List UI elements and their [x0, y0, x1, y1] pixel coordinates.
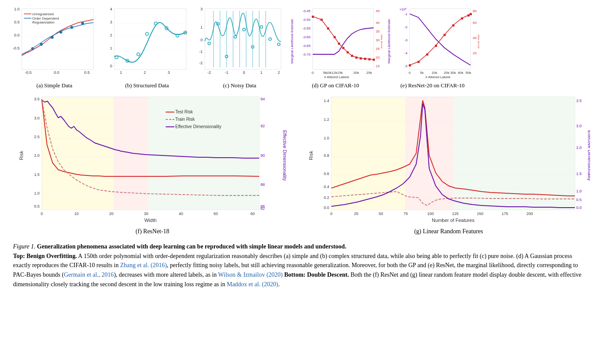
svg-text:20: 20 [109, 212, 113, 216]
svg-text:40: 40 [178, 212, 183, 216]
svg-text:0.5: 0.5 [84, 70, 90, 75]
svg-text:1.0: 1.0 [34, 191, 40, 195]
svg-text:Effective Dimensionality: Effective Dimensionality [587, 130, 590, 181]
svg-rect-104 [368, 58, 371, 60]
svg-rect-139 [148, 97, 259, 210]
svg-text:10k: 10k [432, 71, 438, 75]
svg-text:Width: Width [144, 218, 156, 223]
svg-text:25k: 25k [367, 71, 373, 75]
svg-text:50: 50 [378, 212, 383, 216]
svg-text:25: 25 [376, 47, 380, 51]
top-figures-row: 1.0 0.5 0.0 -0.5 -0.5 0.0 0.5 Un [9, 4, 592, 89]
svg-rect-99 [347, 51, 349, 53]
svg-rect-128 [417, 61, 420, 63]
caption-top-label: Top: Benign Overfitting. [13, 253, 77, 259]
figure-g: Risk 1.4 1.2 1.0 0.8 0.6 0.4 0.2 0.0 0 2… [305, 93, 592, 235]
svg-text:Risk: Risk [308, 151, 314, 160]
svg-text:50: 50 [213, 212, 217, 216]
chart-resnet20-cifar10: Marginal Likelihood Estimate ×10⁵ -1 -2 … [386, 4, 479, 80]
svg-text:1: 1 [110, 46, 112, 50]
svg-text:5k: 5k [420, 71, 424, 75]
caption-bottom-label: Bottom: Double Descent. [283, 271, 349, 278]
svg-text:0: 0 [40, 212, 43, 216]
svg-text:-2: -2 [199, 61, 203, 65]
caption-g: (g) Linear Random Features [414, 228, 483, 235]
svg-text:25: 25 [354, 212, 358, 216]
svg-rect-105 [373, 59, 375, 61]
svg-rect-71 [313, 9, 374, 69]
svg-text:1.5: 1.5 [34, 172, 40, 177]
svg-text:0: 0 [312, 71, 314, 75]
svg-rect-96 [334, 36, 336, 38]
svg-text:0.5: 0.5 [34, 204, 40, 208]
svg-text:Marginal Likelihood Estimate: Marginal Likelihood Estimate [387, 19, 391, 63]
svg-text:1.0: 1.0 [576, 189, 582, 193]
svg-text:2: 2 [110, 33, 112, 37]
svg-text:200: 200 [526, 212, 533, 216]
svg-text:Risk: Risk [19, 151, 24, 160]
wilson-ref[interactable]: Wilson & Izmailov (2020) [218, 271, 283, 278]
svg-text:0.0: 0.0 [54, 70, 60, 75]
svg-rect-102 [360, 57, 362, 60]
zhang-ref[interactable]: Zhang et al. (2016) [120, 262, 167, 268]
svg-text:Test Risk: Test Risk [175, 109, 194, 114]
svg-text:0.4: 0.4 [324, 185, 329, 189]
svg-text:Order Dependent: Order Dependent [32, 17, 60, 20]
svg-text:2: 2 [144, 70, 146, 75]
svg-text:0.5: 0.5 [14, 20, 20, 24]
svg-text:45: 45 [376, 9, 380, 13]
svg-text:88: 88 [260, 182, 265, 187]
svg-text:-2: -2 [207, 70, 211, 75]
svg-point-14 [60, 31, 62, 33]
caption-mid-text2: ), decreases with more altered labels, a… [114, 271, 218, 278]
svg-text:1: 1 [260, 70, 262, 75]
svg-point-11 [31, 47, 34, 50]
svg-text:0.5: 0.5 [576, 198, 582, 202]
svg-text:20k: 20k [444, 71, 450, 75]
caption-a: (a) Simple Data [37, 82, 72, 89]
maddox-ref[interactable]: Maddox et al. (2020) [227, 281, 278, 288]
chart-gp-cifar10: Marginal Likelihood Estimate -0.45 -0.50… [289, 4, 382, 80]
svg-rect-97 [338, 43, 340, 45]
svg-text:60: 60 [473, 21, 477, 25]
svg-text:0: 0 [409, 71, 411, 75]
figure-f: Risk 3.5 3.0 2.5 2.0 1.5 1.0 0.5 0 10 20… [9, 93, 296, 235]
svg-text:3.5: 3.5 [576, 99, 582, 103]
svg-text:-0.45: -0.45 [303, 9, 311, 13]
svg-rect-93 [312, 16, 314, 18]
svg-text:175: 175 [501, 212, 508, 216]
chart-noisy-data: 3 1 0 -1 -2 -2 -1 0 1 2 [194, 4, 285, 80]
svg-text:1.5: 1.5 [576, 172, 582, 176]
svg-text:60: 60 [250, 212, 254, 216]
svg-text:80: 80 [473, 9, 477, 13]
svg-text:3.0: 3.0 [34, 116, 40, 120]
svg-text:Test Error: Test Error [380, 34, 382, 49]
figure-e: Marginal Likelihood Estimate ×10⁵ -1 -2 … [386, 4, 479, 89]
svg-text:150: 150 [477, 212, 483, 216]
svg-text:Marginal Likelihood Estimate: Marginal Likelihood Estimate [290, 19, 294, 63]
svg-rect-134 [467, 14, 470, 17]
chart-resnet18: Risk 3.5 3.0 2.5 2.0 1.5 1.0 0.5 0 10 20… [18, 93, 287, 227]
germain-ref[interactable]: Germain et al., 2016 [64, 271, 114, 278]
svg-text:1.2: 1.2 [324, 117, 329, 122]
svg-text:2: 2 [277, 70, 280, 75]
svg-text:Train Risk: Train Risk [175, 117, 195, 122]
svg-point-16 [81, 22, 84, 25]
svg-text:0.2: 0.2 [324, 195, 329, 200]
svg-text:2.5: 2.5 [34, 135, 40, 139]
svg-text:100: 100 [427, 212, 434, 216]
svg-text:20: 20 [473, 51, 477, 55]
svg-text:0.0: 0.0 [576, 205, 582, 210]
svg-rect-42 [205, 9, 281, 69]
svg-text:15: 15 [376, 64, 380, 68]
svg-text:3.5: 3.5 [34, 97, 40, 101]
figure-c: 3 1 0 -1 -2 -2 -1 0 1 2 [194, 4, 285, 89]
svg-rect-130 [435, 45, 437, 47]
figure-label: Figure 1. [13, 243, 36, 250]
svg-text:94: 94 [260, 97, 265, 101]
svg-text:50k: 50k [466, 71, 472, 75]
svg-text:0: 0 [200, 38, 203, 42]
svg-text:0: 0 [243, 70, 245, 75]
svg-text:2.0: 2.0 [576, 146, 582, 150]
svg-text:1.0: 1.0 [324, 136, 329, 140]
